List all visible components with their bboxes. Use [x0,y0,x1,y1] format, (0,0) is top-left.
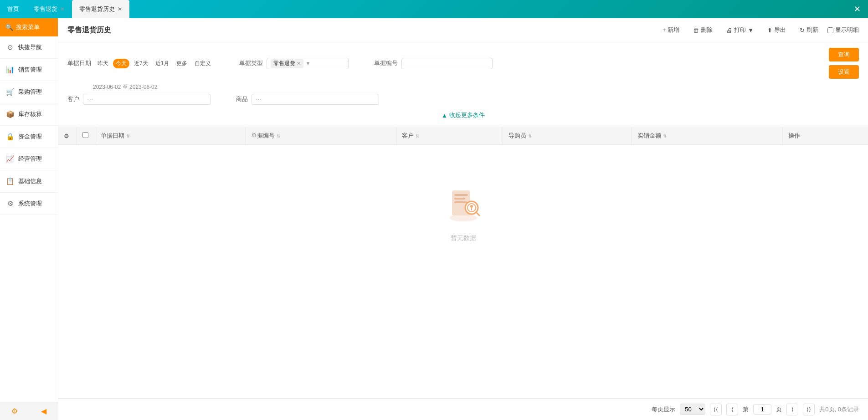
refresh-button[interactable]: ↻ 刷新 [795,24,823,36]
sidebar-item-sales[interactable]: 📊 销售管理 [0,59,58,81]
per-page-select[interactable]: 50 20 100 [680,404,705,415]
svg-point-8 [470,205,473,208]
delete-button[interactable]: 🗑 删除 [688,24,717,36]
delete-icon: 🗑 [693,27,699,34]
next-page-btn[interactable]: ⟩ [786,404,798,415]
filter-row-2: 客户 ··· 商品 ··· [67,94,859,105]
date-btn-yesterday[interactable]: 昨天 [95,59,111,68]
th-date[interactable]: 单据日期 ⇅ [95,127,246,145]
goods-input[interactable]: ··· [252,94,379,105]
date-label: 单据日期 [67,59,91,67]
print-icon: 🖨 [726,27,732,34]
th-amount[interactable]: 实销金额 ⇅ [632,127,782,145]
page-header: 零售退货历史 + 新增 🗑 删除 🖨 打印 ▼ ⬆ 导出 [58,18,868,42]
voucher-type-label: 单据类型 [239,59,263,67]
print-button[interactable]: 🖨 打印 ▼ [722,24,758,36]
main-layout: 🔍 搜索菜单 ⊙ 快捷导航 📊 销售管理 🛒 采购管理 📦 库存核算 🔒 [0,18,868,420]
select-all-checkbox[interactable] [82,132,88,138]
voucher-type-input[interactable]: 零售退货 ✕ ▼ [267,58,349,69]
filter-date-range-row: 2023-06-02 至 2023-06-02 [67,83,859,91]
voucher-type-tag: 零售退货 ✕ [271,59,303,68]
sidebar-item-basic-info[interactable]: 📋 基础信息 [0,170,58,193]
date-btn-today[interactable]: 今天 [113,59,129,68]
sidebar-item-inventory[interactable]: 📦 库存核算 [0,103,58,126]
page-input[interactable] [753,404,771,415]
th-amount-sort-icon: ⇅ [663,133,667,138]
filter-row-1: 单据日期 昨天 今天 近7天 近1月 更多 自定义 单据类型 [67,48,859,79]
filter-area: 单据日期 昨天 今天 近7天 近1月 更多 自定义 单据类型 [58,42,868,127]
pagination-bar: 每页显示 50 20 100 ⟨⟨ ⟨ 第 页 ⟩ ⟩⟩ 共0页, 0条记录 [58,398,868,420]
sidebar-item-quick-nav[interactable]: ⊙ 快捷导航 [0,36,58,59]
collapse-filter-btn[interactable]: ▲ 收起更多条件 [67,109,859,121]
th-guide[interactable]: 导购员 ⇅ [503,127,632,145]
new-button[interactable]: + 新增 [658,24,684,36]
page-unit: 页 [776,405,782,414]
sidebar-item-purchase[interactable]: 🛒 采购管理 [0,81,58,103]
tab-retail-return-history-close[interactable]: ✕ [118,6,122,12]
empty-text: 暂无数据 [451,234,476,242]
query-button[interactable]: 查询 [829,48,859,61]
th-number-label: 单据编号 [251,132,275,140]
sales-icon: 📊 [5,65,15,74]
th-amount-sort[interactable]: 实销金额 ⇅ [637,132,777,140]
th-customer[interactable]: 客户 ⇅ [396,127,503,145]
sidebar-item-label: 系统管理 [18,200,42,208]
voucher-type-tag-close[interactable]: ✕ [297,61,301,67]
export-btn-label: 导出 [774,26,786,34]
quick-nav-icon: ⊙ [5,43,15,52]
th-action: 操作 [782,127,868,145]
purchase-icon: 🛒 [5,87,15,97]
date-btn-1month[interactable]: 近1月 [153,59,172,68]
filter-voucher-type-field: 单据类型 零售退货 ✕ ▼ [239,58,349,69]
top-bar: 首页 零售退货 ✕ 零售退货历史 ✕ ✕ [0,0,868,18]
voucher-number-label: 单据编号 [374,59,398,67]
tab-home[interactable]: 首页 [0,0,26,18]
refresh-icon: ↻ [800,27,805,34]
per-page-label: 每页显示 [652,405,675,414]
th-settings[interactable]: ⚙ [58,127,77,145]
th-number-sort[interactable]: 单据编号 ⇅ [251,132,390,140]
goods-ellipsis: ··· [256,95,262,103]
finance-icon: 🔒 [5,132,15,141]
table-header: ⚙ 单据日期 ⇅ 单据编号 [58,127,868,145]
voucher-type-tag-text: 零售退货 [273,60,295,67]
sidebar-item-label: 经营管理 [18,155,42,163]
voucher-number-input[interactable] [401,58,493,69]
filter-voucher-number-field: 单据编号 [374,58,493,69]
sidebar-bottom: ⚙ ◀ [0,402,58,420]
show-detail-label: 显示明细 [835,26,859,34]
sidebar-item-system[interactable]: ⚙ 系统管理 [0,193,58,215]
sidebar-sound-btn[interactable]: ◀ [41,407,46,415]
export-icon: ⬆ [767,27,772,34]
date-btn-7days[interactable]: 近7天 [131,59,151,68]
th-customer-sort[interactable]: 客户 ⇅ [402,132,497,140]
prev-page-btn[interactable]: ⟨ [726,404,738,415]
last-page-btn[interactable]: ⟩⟩ [803,404,815,415]
sidebar-item-finance[interactable]: 🔒 资金管理 [0,126,58,148]
show-detail-checkbox[interactable] [827,27,833,33]
print-dropdown-icon: ▼ [748,27,754,34]
export-button[interactable]: ⬆ 导出 [763,24,791,36]
tab-retail-return-history[interactable]: 零售退货历史 ✕ [72,0,129,18]
window-close-btn[interactable]: ✕ [847,4,868,14]
sidebar-search[interactable]: 🔍 搜索菜单 [0,18,58,36]
refresh-btn-label: 刷新 [806,26,818,34]
content-area: 零售退货历史 + 新增 🗑 删除 🖨 打印 ▼ ⬆ 导出 [58,18,868,420]
sidebar-item-label: 资金管理 [18,133,42,141]
th-date-sort[interactable]: 单据日期 ⇅ [101,132,240,140]
first-page-btn[interactable]: ⟨⟨ [710,404,722,415]
sidebar-settings-btn[interactable]: ⚙ [11,407,18,415]
sidebar-item-operations[interactable]: 📈 经营管理 [0,148,58,170]
tab-retail-return-close[interactable]: ✕ [60,6,65,12]
tab-home-label: 首页 [7,5,19,13]
th-guide-sort[interactable]: 导购员 ⇅ [508,132,626,140]
th-number[interactable]: 单据编号 ⇅ [246,127,396,145]
sidebar-nav: ⊙ 快捷导航 📊 销售管理 🛒 采购管理 📦 库存核算 🔒 资金管理 📈 [0,36,58,402]
date-btn-custom[interactable]: 自定义 [192,59,214,68]
th-guide-sort-icon: ⇅ [528,133,532,138]
date-btn-more[interactable]: 更多 [174,59,190,68]
customer-input[interactable]: ··· [83,94,211,105]
show-detail-checkbox-label: 显示明细 [827,26,859,34]
tab-retail-return[interactable]: 零售退货 ✕ [26,0,72,18]
settings-button[interactable]: 设置 [829,65,859,79]
